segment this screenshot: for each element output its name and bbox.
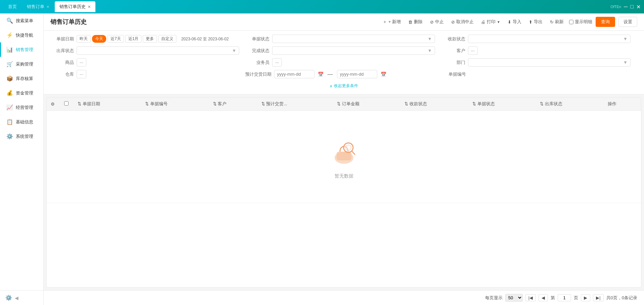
inventory-icon: 📦 — [6, 75, 13, 82]
print-button[interactable]: 🖨 打印 ▼ — [479, 17, 502, 26]
order-status-select[interactable]: ▼ — [272, 35, 435, 43]
expected-date-to[interactable] — [337, 70, 377, 78]
complete-status-control: ▼ — [272, 46, 435, 55]
prev-page-btn[interactable]: ◀ — [539, 294, 548, 301]
close-btn[interactable]: ✕ — [636, 4, 641, 10]
last-page-btn[interactable]: ▶| — [593, 294, 603, 301]
out-status-select[interactable]: ▼ — [77, 46, 239, 55]
date-btn-7days[interactable]: 近7天 — [108, 35, 124, 43]
expected-date-from[interactable] — [274, 70, 314, 78]
total-records: 共0页，0条记录 — [606, 295, 637, 301]
date-btn-today[interactable]: 今天 — [92, 35, 106, 43]
page-title: 销售订单历史 — [50, 18, 87, 26]
warehouse-select-btn[interactable]: ··· — [77, 70, 86, 78]
page-size-label: 每页显示 — [485, 295, 503, 301]
out-status-control: ▼ — [77, 46, 239, 55]
sidebar-item-system[interactable]: ⚙️ 系统管理 — [0, 129, 43, 144]
empty-row: 暂无数据 — [47, 111, 641, 203]
display-cols-checkbox[interactable]: 显示明细 — [569, 19, 592, 25]
sidebar-item-label: 资金管理 — [16, 90, 33, 96]
col-out-status[interactable]: ⇅ 出库状态 — [536, 98, 603, 111]
finance-icon: 💰 — [6, 90, 13, 96]
sidebar-item-label: 搜索菜单 — [16, 18, 33, 24]
next-page-btn[interactable]: ▶ — [581, 294, 590, 301]
filter-row-4: 仓库 ··· 预计交货日期 📅 — 📅 单据编号 — [50, 70, 637, 78]
col-settings[interactable]: ⚙ — [47, 98, 60, 111]
col-order-no[interactable]: ⇅ 单据编号 — [141, 98, 209, 111]
import-button[interactable]: ⬇ 导入 — [506, 17, 523, 26]
sidebar-collapse-icon[interactable]: ◀ — [15, 295, 18, 301]
collapse-button[interactable]: ∧ 收起更多条件 — [328, 82, 359, 90]
date-btn-custom[interactable]: 自定义 — [158, 35, 176, 43]
date-btn-yesterday[interactable]: 昨天 — [77, 35, 91, 43]
col-customer[interactable]: ⇅ 客户 — [209, 98, 257, 111]
sidebar-item-finance[interactable]: 💰 资金管理 — [0, 86, 43, 100]
first-page-btn[interactable]: |◀ — [525, 294, 536, 301]
empty-cell: 暂无数据 — [47, 111, 641, 203]
maximize-btn[interactable]: □ — [630, 4, 634, 10]
sidebar-item-search[interactable]: 🔍 搜索菜单 — [0, 13, 43, 28]
dept-select[interactable]: ▼ — [468, 58, 631, 67]
delete-button[interactable]: 🗑 删除 — [406, 17, 425, 26]
cancel-stop-button[interactable]: ⊘ 取消中止 — [449, 17, 476, 26]
close-history-tab[interactable]: ✕ — [88, 5, 91, 9]
system-icon: ⚙️ — [6, 133, 13, 140]
tab-sales-order-history[interactable]: 销售订单历史 ✕ — [55, 1, 95, 12]
sidebar-item-inventory[interactable]: 📦 库存核算 — [0, 71, 43, 86]
sidebar-item-sales[interactable]: 📊 销售管理 — [0, 42, 43, 57]
query-button[interactable]: 查询 — [596, 17, 615, 27]
window-controls: OfTEn ─ □ ✕ — [610, 4, 641, 10]
sidebar-bottom: ⚙️ ◀ — [0, 290, 43, 305]
sidebar-settings-icon[interactable]: ⚙️ — [5, 295, 12, 301]
display-cols-input[interactable] — [569, 20, 573, 24]
calendar-from-icon[interactable]: 📅 — [318, 72, 324, 77]
table-header: ⚙ ⇅ 单据日期 ⇅ 单据编号 ⇅ 客户 — [47, 98, 641, 111]
sidebar-item-label: 销售管理 — [16, 47, 33, 53]
date-range-display: 2023-06-02 至 2023-06-02 — [181, 36, 228, 42]
receipt-status-select[interactable]: ▼ — [468, 35, 631, 43]
stop-button[interactable]: ⊘ 中止 — [428, 17, 446, 26]
col-receipt-status[interactable]: ⇅ 收款状态 — [400, 98, 468, 111]
new-button[interactable]: ＋ + 新增 — [381, 17, 403, 26]
data-table: ⚙ ⇅ 单据日期 ⇅ 单据编号 ⇅ 客户 — [47, 98, 641, 203]
content-area: 销售订单历史 ＋ + 新增 🗑 删除 ⊘ 中止 ⊘ 取消中止 — [44, 13, 644, 305]
quick-icon: ⚡ — [6, 32, 13, 38]
tab-home[interactable]: 销售订单历史 首页 — [3, 1, 22, 12]
toolbar: ＋ + 新增 🗑 删除 ⊘ 中止 ⊘ 取消中止 🖨 打印 — [381, 17, 637, 27]
sidebar-item-quick[interactable]: ⚡ 快捷导航 — [0, 28, 43, 42]
sidebar-item-label: 采购管理 — [16, 61, 33, 67]
settings-button[interactable]: 设置 — [618, 17, 637, 27]
page-size-select[interactable]: 10 20 50 100 — [505, 294, 523, 302]
sidebar-item-basic[interactable]: 📋 基础信息 — [0, 115, 43, 129]
sales-icon: 📊 — [6, 46, 13, 53]
product-label: 商品 — [50, 60, 74, 66]
export-button[interactable]: ⬆ 导出 — [527, 17, 545, 26]
collapse-row: ∧ 收起更多条件 — [50, 82, 637, 90]
svg-line-3 — [352, 151, 355, 154]
customer-label: 客户 — [442, 48, 465, 54]
sidebar-item-operation[interactable]: 📈 经营管理 — [0, 100, 43, 115]
select-all-checkbox[interactable] — [64, 101, 69, 106]
product-select-btn[interactable]: ··· — [77, 58, 86, 67]
sidebar-item-purchase[interactable]: 🛒 采购管理 — [0, 57, 43, 71]
purchase-icon: 🛒 — [6, 61, 13, 67]
col-expected-date[interactable]: ⇅ 预计交货... — [257, 98, 333, 111]
customer-select-btn[interactable]: ··· — [468, 46, 478, 55]
refresh-button[interactable]: ↻ 刷新 — [548, 17, 566, 26]
filter-row-2: 出库状态 ▼ 完成状态 ▼ 客户 ··· — [50, 46, 637, 55]
delete-icon: 🗑 — [408, 20, 413, 25]
minimize-btn[interactable]: ─ — [624, 4, 628, 10]
complete-status-select[interactable]: ▼ — [272, 46, 435, 55]
tab-sales-order[interactable]: 销售订单 ✕ — [22, 1, 54, 12]
page-input[interactable] — [558, 294, 571, 301]
date-btn-more[interactable]: 更多 — [143, 35, 157, 43]
col-amount[interactable]: ⇅ 订单金额 — [333, 98, 400, 111]
calendar-to-icon[interactable]: 📅 — [381, 72, 386, 77]
search-icon: 🔍 — [6, 17, 13, 24]
date-btn-1month[interactable]: 近1月 — [125, 35, 142, 43]
col-order-status[interactable]: ⇅ 单据状态 — [468, 98, 536, 111]
sidebar-item-label: 库存核算 — [16, 76, 33, 82]
close-sales-order-tab[interactable]: ✕ — [46, 5, 49, 9]
col-date[interactable]: ⇅ 单据日期 — [74, 98, 141, 111]
salesman-select-btn[interactable]: ··· — [272, 58, 282, 67]
